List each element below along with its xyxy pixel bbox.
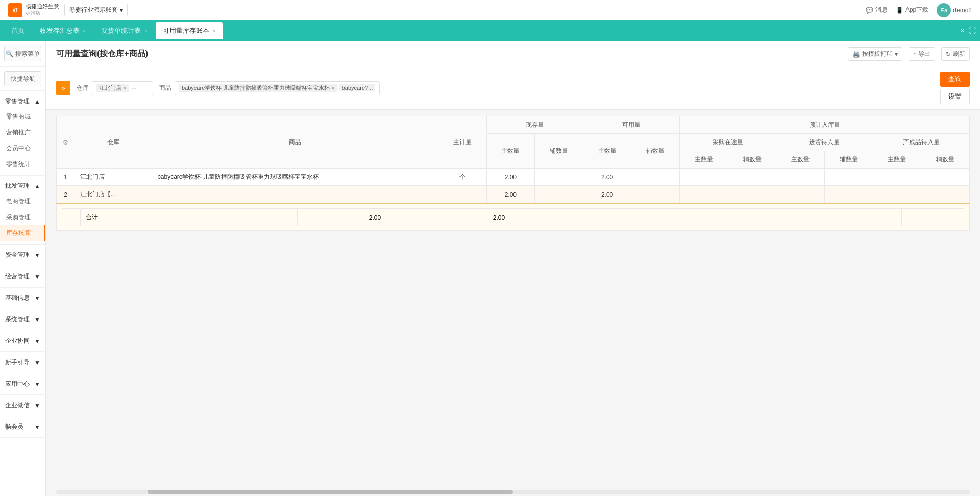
sidebar-header-operations[interactable]: 经营管理 ▼ xyxy=(0,269,45,284)
tab-close-available[interactable]: × xyxy=(212,28,215,34)
sidebar-item-retail-stats[interactable]: 零售统计 xyxy=(0,156,45,172)
th-warehouse: 仓库 xyxy=(75,116,152,169)
chevron-icon5: ▼ xyxy=(34,295,40,302)
th-forecast-group: 预计入库量 xyxy=(680,116,970,134)
settings-btn[interactable]: 设置 xyxy=(940,89,970,104)
sidebar-header-enterprise[interactable]: 企业协同 ▼ xyxy=(0,334,45,348)
content-area: 可用量查询(按仓库+商品) 🖨️ 按模板打印 ▾ ↑ 导出 ↻ 刷新 xyxy=(46,41,980,496)
sidebar-item-retail-promo[interactable]: 营销推广 xyxy=(0,125,45,140)
message-btn[interactable]: 💬 消息 xyxy=(866,6,888,14)
nav-expand-btn[interactable]: ⛶ xyxy=(969,27,976,35)
filter-expand-btn[interactable]: » xyxy=(56,81,70,95)
sidebar-header-retail[interactable]: 零售管理 ▲ xyxy=(0,94,45,109)
cell-product: babycare学饮杯 儿童防摔防撞吸管杯重力球吸嘴杯宝宝水杯 xyxy=(152,169,438,186)
page-header: 可用量查询(按仓库+商品) 🖨️ 按模板打印 ▾ ↑ 导出 ↻ 刷新 xyxy=(46,41,980,66)
tab-close-receive[interactable]: × xyxy=(83,28,86,34)
th-stock-main: 主数量 xyxy=(486,134,535,169)
warehouse-tag-remove[interactable]: × xyxy=(123,85,126,91)
chevron-icon11: ▼ xyxy=(34,423,40,431)
cell-purchase-aux xyxy=(728,169,776,186)
cell-unit xyxy=(438,186,486,203)
sidebar-item-member[interactable]: 会员中心 xyxy=(0,140,45,156)
tab-home[interactable]: 首页 xyxy=(4,22,32,39)
sidebar-section-retail: 零售管理 ▲ 零售商城 营销推广 会员中心 零售统计 xyxy=(0,91,45,176)
export-btn[interactable]: ↑ 导出 xyxy=(909,47,935,61)
warehouse-filter: 仓库 江北门店 × ··· xyxy=(77,81,153,95)
message-icon: 💬 xyxy=(866,7,873,14)
sidebar-header-newbie[interactable]: 新手引导 ▼ xyxy=(0,355,45,370)
refresh-btn[interactable]: ↻ 刷新 xyxy=(941,47,970,61)
sidebar-header-vip[interactable]: 畅会员 ▼ xyxy=(0,419,45,434)
search-menu-btn[interactable]: 🔍 搜索菜单 xyxy=(4,46,41,61)
tab-receive[interactable]: 收发存汇总表 × xyxy=(33,22,93,39)
cell-incoming-aux xyxy=(824,169,873,186)
sidebar-section-wholesale: 批发管理 ▲ 电商管理 采购管理 库存核算 xyxy=(0,176,45,245)
table-row: 2 江北门店【... 2.00 2.00 xyxy=(57,186,970,203)
cell-incoming-main xyxy=(776,169,825,186)
footer-stock-main: 2.00 xyxy=(344,209,406,226)
sidebar-header-wholesale[interactable]: 批发管理 ▲ xyxy=(0,179,45,194)
nav-close-btn[interactable]: × xyxy=(960,26,965,35)
avatar: Ea xyxy=(937,3,951,17)
product-input[interactable]: babycare学饮杯 儿童防摔防撞吸管杯重力球吸嘴杯宝宝水杯 × babyca… xyxy=(175,81,380,95)
export-icon: ↑ xyxy=(913,51,916,58)
cell-stock-aux xyxy=(535,186,583,203)
th-production-aux: 辅数量 xyxy=(921,151,970,169)
sidebar-item-inventory[interactable]: 库存核算 xyxy=(0,225,45,241)
warehouse-tag: 江北门店 × xyxy=(96,84,129,92)
sidebar-header-finance[interactable]: 资金管理 ▼ xyxy=(0,248,45,263)
download-icon: 📱 xyxy=(896,7,903,14)
sidebar-header-system[interactable]: 系统管理 ▼ xyxy=(0,312,45,327)
cell-purchase-main xyxy=(680,169,728,186)
chevron-icon: ▲ xyxy=(34,98,40,105)
horizontal-scrollbar[interactable] xyxy=(56,490,970,494)
cell-production-main xyxy=(873,186,921,203)
sidebar-header-basic[interactable]: 基础信息 ▼ xyxy=(0,291,45,305)
sidebar-header-wechat[interactable]: 企业微信 ▼ xyxy=(0,398,45,413)
print-btn[interactable]: 🖨️ 按模板打印 ▾ xyxy=(848,47,902,61)
table-area: ⚙ 仓库 商品 主计量 现存量 可用量 预计入库量 主数量 辅数量 主数量 辅数… xyxy=(46,110,980,488)
cell-production-aux xyxy=(921,186,970,203)
top-bar: 好 畅捷通好生意 标准版 母婴行业演示账套 ▾ 💬 消息 📱 App下载 Ea … xyxy=(0,0,980,20)
cell-purchase-main xyxy=(680,186,728,203)
search-icon: 🔍 xyxy=(6,50,13,57)
sidebar-item-purchase[interactable]: 采购管理 xyxy=(0,209,45,225)
cell-stock-main: 2.00 xyxy=(486,186,535,203)
sidebar-item-retail-mall[interactable]: 零售商城 xyxy=(0,109,45,125)
user-menu[interactable]: Ea demo2 xyxy=(937,3,972,17)
quick-nav-btn[interactable]: 快捷导航 xyxy=(4,71,41,86)
tab-close-order[interactable]: × xyxy=(144,28,147,34)
product-tag-1-remove[interactable]: × xyxy=(331,85,334,91)
th-stock-group: 现存量 xyxy=(486,116,583,134)
chevron-icon8: ▼ xyxy=(34,359,40,366)
th-production-main: 主数量 xyxy=(873,151,921,169)
filter-bar: » 仓库 江北门店 × ··· 商品 babycare学饮杯 儿童防 xyxy=(46,66,980,110)
th-purchase-group: 采购在途量 xyxy=(680,134,776,151)
warehouse-input[interactable]: 江北门店 × ··· xyxy=(92,81,153,95)
th-available-main: 主数量 xyxy=(583,134,631,169)
tab-order[interactable]: 要货单统计表 × xyxy=(94,22,154,39)
chevron-icon10: ▼ xyxy=(34,402,40,409)
industry-selector[interactable]: 母婴行业演示账套 ▾ xyxy=(64,4,128,16)
tab-available[interactable]: 可用量库存账本 × xyxy=(156,22,223,39)
chevron-icon3: ▼ xyxy=(34,252,40,259)
nav-tabs: 首页 收发存汇总表 × 要货单统计表 × 可用量库存账本 × × ⛶ xyxy=(0,20,980,41)
th-incoming-main: 主数量 xyxy=(776,151,825,169)
product-tag-2: babycare?... xyxy=(339,84,376,91)
scrollbar-thumb[interactable] xyxy=(148,490,513,494)
main-layout: 🔍 搜索菜单 快捷导航 零售管理 ▲ 零售商城 营销推广 会员中心 xyxy=(0,41,980,496)
chevron-icon6: ▼ xyxy=(34,316,40,323)
product-tag-1: babycare学饮杯 儿童防摔防撞吸管杯重力球吸嘴杯宝宝水杯 × xyxy=(179,84,337,92)
th-unit: 主计量 xyxy=(438,116,486,169)
query-btn[interactable]: 查询 xyxy=(940,72,970,87)
warehouse-more-btn[interactable]: ··· xyxy=(131,84,137,92)
refresh-icon: ↻ xyxy=(946,51,951,58)
table-footer: 合计 2.00 2.00 xyxy=(56,203,970,231)
sidebar-header-appcenter[interactable]: 应用中心 ▼ xyxy=(0,376,45,391)
table-settings-icon[interactable]: ⚙ xyxy=(63,139,68,146)
sidebar-item-ecommerce[interactable]: 电商管理 xyxy=(0,194,45,209)
app-download-btn[interactable]: 📱 App下载 xyxy=(896,6,928,14)
th-purchase-aux: 辅数量 xyxy=(728,151,776,169)
footer-label: 合计 xyxy=(81,209,142,226)
cell-production-aux xyxy=(921,169,970,186)
